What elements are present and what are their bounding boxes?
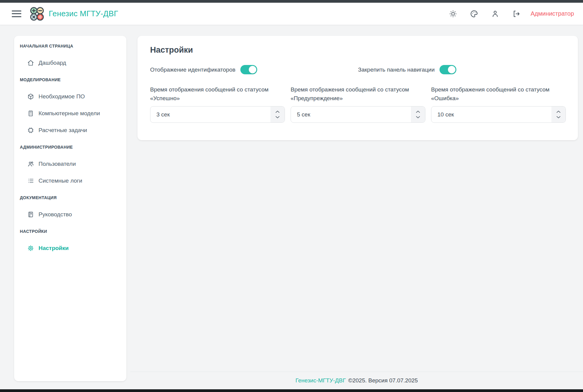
pin-nav-toggle[interactable] <box>440 65 456 74</box>
increment-arrow-icon[interactable] <box>556 110 561 113</box>
users-icon <box>27 160 34 168</box>
decrement-arrow-icon[interactable] <box>556 116 561 119</box>
decrement-arrow-icon[interactable] <box>416 116 420 119</box>
sidebar-section-settings: НАСТРОЙКИ <box>14 223 126 240</box>
gear-icon <box>27 245 34 252</box>
sidebar-section-administration: АДМИНИСТРИРОВАНИЕ <box>14 139 126 156</box>
sidebar-item-users[interactable]: Пользователи <box>14 156 126 172</box>
sidebar-item-settings[interactable]: Настройки <box>14 240 126 257</box>
calculator-icon <box>27 110 34 117</box>
app-logo-icon <box>29 6 45 21</box>
identifiers-toggle[interactable] <box>240 65 257 74</box>
footer-copyright: ©2025. Версия 07.07.2025 <box>348 377 418 384</box>
sidebar-item-required-software[interactable]: Необходимое ПО <box>14 88 126 105</box>
sidebar-nav: НАЧАЛЬНАЯ СТРАНИЦА Дашбоард МОДЕЛИРОВАНИ… <box>14 36 126 381</box>
palette-icon[interactable] <box>470 10 478 18</box>
window-top-strip <box>0 0 583 3</box>
pin-nav-toggle-label: Закрепить панель навигации <box>358 66 435 73</box>
logout-icon[interactable] <box>512 10 520 18</box>
toggle-knob <box>249 66 256 73</box>
success-duration-label: Время отображения сообщений со статусом … <box>150 85 285 103</box>
app-footer: Генезис-МГТУ-ДВГ ©2025. Версия 07.07.202… <box>130 372 583 389</box>
window-bottom-strip <box>0 389 583 392</box>
warning-duration-spinner <box>411 106 425 122</box>
user-icon[interactable] <box>491 10 499 18</box>
book-icon <box>27 211 34 218</box>
sidebar-section-documentation: ДОКУМЕНТАЦИЯ <box>14 189 126 206</box>
cpu-icon <box>27 127 34 134</box>
footer-app-link[interactable]: Генезис-МГТУ-ДВГ <box>295 377 346 384</box>
settings-panel: Настройки Отображение идентификаторов За… <box>137 36 578 140</box>
identifiers-toggle-label: Отображение идентификаторов <box>150 66 236 73</box>
package-icon <box>27 93 34 100</box>
increment-arrow-icon[interactable] <box>275 110 280 113</box>
sidebar-section-home: НАЧАЛЬНАЯ СТРАНИЦА <box>14 38 126 54</box>
error-duration-spinner <box>551 106 566 122</box>
sidebar-item-calculation-tasks[interactable]: Расчетные задачи <box>14 122 126 139</box>
app-title: Генезис МГТУ-ДВГ <box>49 9 118 18</box>
success-duration-spinner <box>270 106 285 122</box>
page-title: Настройки <box>150 45 566 55</box>
increment-arrow-icon[interactable] <box>416 110 420 113</box>
app-header: Генезис МГТУ-ДВГ <box>0 3 583 25</box>
sidebar-item-manual[interactable]: Руководство <box>14 206 126 223</box>
sidebar-item-system-logs[interactable]: Системные логи <box>14 172 126 189</box>
menu-hamburger-icon[interactable] <box>11 10 22 18</box>
toggle-knob <box>448 66 455 73</box>
sidebar-section-modeling: МОДЕЛИРОВАНИЕ <box>14 71 126 88</box>
error-duration-label: Время отображения сообщений со статусом … <box>431 85 566 103</box>
list-icon <box>27 177 34 184</box>
warning-duration-label: Время отображения сообщений со статусом … <box>291 85 425 103</box>
decrement-arrow-icon[interactable] <box>275 116 280 119</box>
warning-duration-input[interactable] <box>291 106 425 123</box>
home-icon <box>27 59 34 66</box>
theme-sun-icon[interactable] <box>449 10 457 18</box>
user-role-label[interactable]: Администратор <box>531 10 574 17</box>
sidebar-item-dashboard[interactable]: Дашбоард <box>14 54 126 71</box>
error-duration-input[interactable] <box>431 106 566 123</box>
success-duration-input[interactable] <box>150 106 285 123</box>
sidebar-item-computer-models[interactable]: Компьютерные модели <box>14 105 126 122</box>
